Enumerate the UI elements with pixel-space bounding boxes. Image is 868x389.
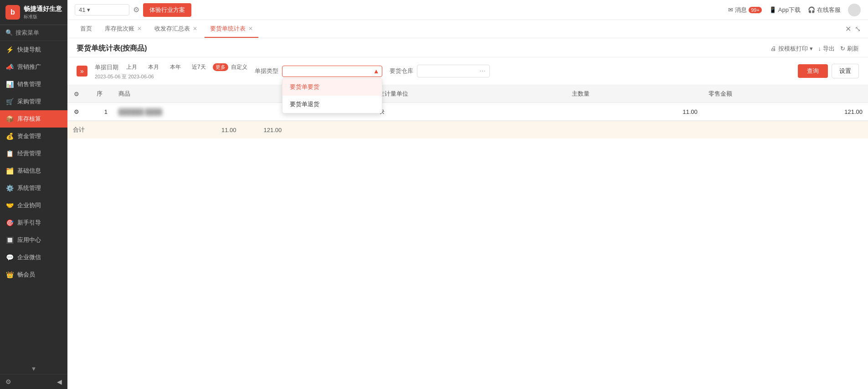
close-all-icon[interactable]: ✕ [845, 25, 851, 33]
table-header-row: ⚙ 序 商品 主计量单位 主数量 零售金额 [67, 85, 868, 103]
row-settings[interactable]: ⚙ [67, 103, 86, 121]
date-range-display: 2023-05-06 至 2023-06-06 [95, 73, 247, 80]
tab-receipt[interactable]: 收发存汇总表 ✕ [149, 20, 203, 38]
sidebar-item-marketing[interactable]: 📣营销推广 [0, 58, 67, 76]
sidebar-item-member[interactable]: 👑畅会员 [0, 266, 67, 283]
type-select-wrapper: ▲ 要货单要货要货单退货 [282, 66, 382, 77]
tab-batch[interactable]: 库存批次账 ✕ [99, 20, 147, 38]
type-dropdown: 要货单要货要货单退货 [282, 78, 382, 113]
dropdown-item-order-goods[interactable]: 要货单要货 [282, 78, 382, 96]
date-this-year[interactable]: 本年 [166, 62, 185, 72]
sidebar-item-inventory[interactable]: 📦库存核算 [0, 110, 67, 128]
service-icon: 🎧 [808, 6, 815, 13]
col-unit: 主计量单位 [373, 85, 566, 103]
query-button[interactable]: 查询 [798, 64, 828, 78]
dropdown-item-order-return[interactable]: 要货单退货 [282, 96, 382, 113]
page-content: 要货单统计表(按商品) 🖨 按模板打印 ▾ ↓ 导出 ↻ 刷新 [67, 38, 868, 389]
marketing-icon: 📣 [5, 63, 14, 71]
warehouse-label: 要货仓库 [390, 67, 413, 75]
user-avatar[interactable] [848, 4, 861, 16]
date-more-badge[interactable]: 更多 [213, 63, 228, 71]
sidebar-item-guide[interactable]: 🎯新手引导 [0, 214, 67, 231]
tab-order-stats[interactable]: 要货单统计表 ✕ [205, 20, 258, 38]
col-settings: ⚙ [67, 85, 86, 103]
date-custom-btn[interactable]: 自定义 [231, 63, 247, 71]
settings-button[interactable]: 设置 [832, 64, 859, 78]
type-label: 单据类型 [255, 67, 278, 75]
row-amount: 121.00 [703, 103, 868, 121]
topbar-right: ✉ 消息 99+ 📱 App下载 🎧 在线客服 [728, 4, 861, 16]
col-amount: 零售金额 [703, 85, 868, 103]
date-last-month[interactable]: 上月 [122, 62, 141, 72]
filter-toggle-btn[interactable]: » [77, 66, 87, 77]
sidebar-item-enterprise[interactable]: 🤝企业协同 [0, 197, 67, 214]
sidebar-item-quick-nav[interactable]: ⚡快捷导航 [0, 41, 67, 58]
type-select-input[interactable] [282, 66, 382, 77]
tab-close-batch[interactable]: ✕ [137, 26, 142, 32]
footer-label: 合计 [73, 126, 85, 134]
online-service-btn[interactable]: 🎧 在线客服 [808, 6, 841, 14]
inventory-icon: 📦 [5, 115, 14, 123]
refresh-btn[interactable]: ↻ 刷新 [840, 45, 859, 53]
topbar-left: 41 ▾ ⚙ 体验行业方案 [75, 3, 723, 17]
logo-text: 畅捷通好生意 标准版 [24, 5, 62, 20]
footer-amount: 121.00 [264, 127, 282, 133]
row-unit: 块 [373, 103, 566, 121]
company-select[interactable]: 41 ▾ [75, 4, 129, 15]
main-table: ⚙ 序 商品 主计量单位 主数量 零售金额 ⚙ 1 ██████ ████ 块 … [67, 85, 868, 121]
messages-btn[interactable]: ✉ 消息 99+ [728, 6, 762, 14]
topbar-gear-icon[interactable]: ⚙ [133, 5, 139, 14]
search-menu[interactable]: 🔍 搜索菜单 [0, 25, 67, 41]
nav-list: ⚡快捷导航📣营销推广📊销售管理🛒采购管理📦库存核算💰资金管理📋经营管理🗂️基础信… [0, 41, 67, 363]
trial-button[interactable]: 体验行业方案 [143, 3, 191, 17]
app-download-btn[interactable]: 📱 App下载 [769, 6, 801, 14]
settings-icon[interactable]: ⚙ [5, 378, 11, 385]
sidebar-item-operations[interactable]: 📋经营管理 [0, 145, 67, 162]
row-quantity: 11.00 [566, 103, 703, 121]
warehouse-filter-group: 要货仓库 ··· [390, 65, 490, 77]
warehouse-more-icon: ··· [479, 67, 485, 75]
export-btn[interactable]: ↓ 导出 [818, 45, 835, 53]
enterprise-icon: 🤝 [5, 201, 14, 210]
filter-actions: 查询 设置 [798, 64, 859, 78]
sidebar-item-basics[interactable]: 🗂️基础信息 [0, 162, 67, 179]
sidebar-footer: ⚙ ◀ [0, 374, 67, 389]
sidebar-item-wechat[interactable]: 💬企业微信 [0, 249, 67, 266]
member-icon: 👑 [5, 271, 14, 279]
tab-close-order-stats[interactable]: ✕ [248, 26, 253, 32]
table-wrapper: ⚙ 序 商品 主计量单位 主数量 零售金额 ⚙ 1 ██████ ████ 块 … [67, 85, 868, 138]
date-filter-group: 单据日期 上月 本月 本年 近7天 更多 自定义 2023-05-06 至 20… [95, 62, 247, 80]
filter-bar: » 单据日期 上月 本月 本年 近7天 更多 自定义 [67, 57, 868, 85]
sidebar-item-finance[interactable]: 💰资金管理 [0, 128, 67, 145]
col-index: 序 [86, 85, 113, 103]
type-filter-group: 单据类型 ▲ 要货单要货要货单退货 [255, 66, 382, 77]
nav-scroll-down[interactable]: ▼ [0, 363, 67, 374]
system-icon: ⚙️ [5, 184, 14, 192]
date-shortcuts-group: 单据日期 上月 本月 本年 近7天 更多 自定义 [95, 62, 247, 72]
operations-icon: 📋 [5, 149, 14, 158]
wechat-icon: 💬 [5, 253, 14, 261]
sidebar-item-system[interactable]: ⚙️系统管理 [0, 179, 67, 197]
sales-icon: 📊 [5, 80, 14, 88]
table-row: ⚙ 1 ██████ ████ 块 11.00 121.00 [67, 103, 868, 121]
print-btn[interactable]: 🖨 按模板打印 ▾ [770, 45, 813, 53]
print-chevron-icon: ▾ [810, 45, 813, 52]
main-area: 41 ▾ ⚙ 体验行业方案 ✉ 消息 99+ 📱 App下载 🎧 在线客服 首页… [67, 0, 868, 389]
date-this-month[interactable]: 本月 [144, 62, 163, 72]
collapse-icon[interactable]: ◀ [57, 378, 62, 385]
warehouse-select[interactable]: ··· [417, 65, 490, 77]
sidebar-item-appstore[interactable]: 🔲应用中心 [0, 231, 67, 249]
tab-close-receipt[interactable]: ✕ [193, 26, 197, 32]
basics-icon: 🗂️ [5, 167, 14, 175]
purchase-icon: 🛒 [5, 97, 14, 106]
print-icon: 🖨 [770, 45, 776, 52]
sidebar-item-sales[interactable]: 📊销售管理 [0, 76, 67, 93]
sidebar-item-purchase[interactable]: 🛒采购管理 [0, 93, 67, 110]
tabs-controls: ✕⤡ [845, 25, 861, 33]
tab-home[interactable]: 首页 [75, 20, 98, 38]
date-last-7[interactable]: 近7天 [188, 62, 210, 72]
date-shortcuts: 上月 本月 本年 近7天 更多 自定义 [122, 62, 247, 72]
page-title: 要货单统计表(按商品) [77, 44, 147, 53]
expand-icon[interactable]: ⤡ [855, 25, 861, 33]
topbar: 41 ▾ ⚙ 体验行业方案 ✉ 消息 99+ 📱 App下载 🎧 在线客服 [67, 0, 868, 20]
